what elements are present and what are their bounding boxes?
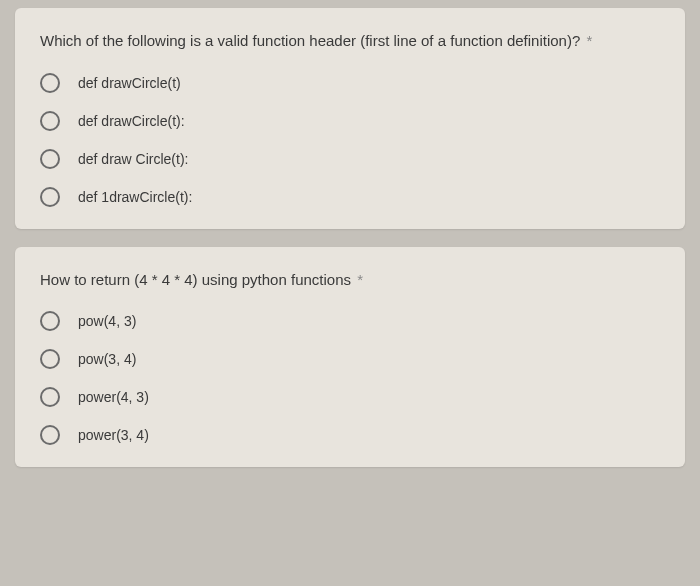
option-row[interactable]: power(3, 4) bbox=[40, 425, 660, 445]
option-row[interactable]: def 1drawCircle(t): bbox=[40, 187, 660, 207]
radio-button[interactable] bbox=[40, 149, 60, 169]
question-card-2: How to return (4 * 4 * 4) using python f… bbox=[15, 247, 685, 468]
question-prompt: How to return (4 * 4 * 4) using python f… bbox=[40, 271, 351, 288]
option-row[interactable]: pow(4, 3) bbox=[40, 311, 660, 331]
radio-button[interactable] bbox=[40, 111, 60, 131]
radio-button[interactable] bbox=[40, 349, 60, 369]
option-row[interactable]: pow(3, 4) bbox=[40, 349, 660, 369]
radio-button[interactable] bbox=[40, 387, 60, 407]
option-label: def draw Circle(t): bbox=[78, 151, 188, 167]
option-row[interactable]: def drawCircle(t) bbox=[40, 73, 660, 93]
question-text: How to return (4 * 4 * 4) using python f… bbox=[40, 269, 660, 292]
option-label: pow(3, 4) bbox=[78, 351, 136, 367]
question-text: Which of the following is a valid functi… bbox=[40, 30, 660, 53]
question-card-1: Which of the following is a valid functi… bbox=[15, 8, 685, 229]
radio-button[interactable] bbox=[40, 73, 60, 93]
option-row[interactable]: def draw Circle(t): bbox=[40, 149, 660, 169]
option-row[interactable]: def drawCircle(t): bbox=[40, 111, 660, 131]
option-label: power(3, 4) bbox=[78, 427, 149, 443]
question-prompt: Which of the following is a valid functi… bbox=[40, 32, 580, 49]
radio-button[interactable] bbox=[40, 311, 60, 331]
option-label: pow(4, 3) bbox=[78, 313, 136, 329]
option-label: power(4, 3) bbox=[78, 389, 149, 405]
radio-button[interactable] bbox=[40, 425, 60, 445]
required-asterisk: * bbox=[357, 271, 363, 288]
radio-button[interactable] bbox=[40, 187, 60, 207]
option-label: def drawCircle(t) bbox=[78, 75, 181, 91]
option-row[interactable]: power(4, 3) bbox=[40, 387, 660, 407]
option-label: def 1drawCircle(t): bbox=[78, 189, 192, 205]
option-label: def drawCircle(t): bbox=[78, 113, 185, 129]
required-asterisk: * bbox=[586, 32, 592, 49]
